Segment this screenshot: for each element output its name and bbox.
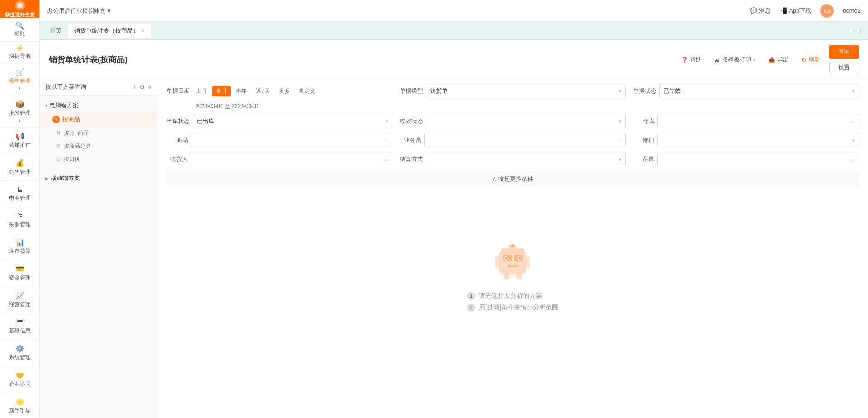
- scheme-icon-goods: 按: [52, 116, 60, 123]
- sidebar-item-wholesale[interactable]: 📦 批发管理 ▴: [0, 95, 39, 128]
- sidebar-item-basic[interactable]: 🗃 基础信息: [0, 314, 39, 340]
- refresh-button[interactable]: ↻ 刷新: [798, 54, 824, 66]
- filter-field-brand: 品牌 ···: [633, 152, 859, 166]
- sidebar-item-marketing[interactable]: 📢 营销推广: [0, 128, 39, 154]
- mobile-scheme-group: ▶ 移动端方案: [40, 169, 157, 188]
- operations-label: 经营管理: [9, 301, 31, 309]
- sidebar-item-retail[interactable]: 🛒 零售管理 ▾: [0, 63, 39, 95]
- print-label: 按模板打印: [722, 56, 751, 64]
- industry-selector[interactable]: 办公用品行业模拟账套 ▾: [47, 7, 111, 15]
- receiver-input-field[interactable]: [195, 156, 383, 163]
- sidebar-item-guide[interactable]: 🌟 新手引导: [0, 393, 39, 418]
- sidebar-item-finance[interactable]: 💳 资金管理: [0, 260, 39, 287]
- shortcut-more[interactable]: 更多: [275, 86, 293, 96]
- sales-icon: 💰: [15, 159, 24, 167]
- search-menu-item[interactable]: 🔍 标账: [0, 18, 39, 42]
- doc-status-select[interactable]: 已生效 ▾: [659, 84, 859, 98]
- doc-type-value: 销货单: [430, 87, 448, 95]
- mobile-group-label: 移动端方案: [51, 174, 80, 182]
- sidebar-item-system[interactable]: ⚙️ 系统管理: [0, 340, 39, 366]
- settle-arrow: ▾: [619, 157, 622, 162]
- sidebar-item-sales[interactable]: 💰 销售管理: [0, 154, 39, 181]
- receiver-input[interactable]: ···: [191, 152, 392, 166]
- scheme-settings-icon[interactable]: ⚙: [139, 83, 145, 90]
- mobile-group-header[interactable]: ▶ 移动端方案: [40, 171, 157, 185]
- filter-row-1: 单据日期 上月 本月 本年 近7天 更多 自定义: [166, 84, 859, 98]
- message-action[interactable]: 💬 消息: [750, 7, 771, 15]
- collapse-bar[interactable]: ∧ 收起更多条件: [166, 171, 859, 187]
- brand-input-field[interactable]: [661, 156, 850, 163]
- receiver-more-btn[interactable]: ···: [383, 156, 388, 163]
- query-button[interactable]: 查询: [829, 45, 859, 59]
- filter-panel-header-label: 按以下方案查询: [45, 83, 86, 91]
- svg-point-8: [505, 257, 507, 259]
- tip-num-2: 2: [467, 304, 475, 312]
- goods-input-field[interactable]: [195, 137, 383, 144]
- print-button[interactable]: 🖨 按模板打印 ▾: [711, 54, 759, 66]
- tab-active[interactable]: 销货单统计表（按商品） ×: [68, 24, 151, 38]
- print-icon: 🖨: [714, 57, 720, 63]
- pc-group-header[interactable]: ▾ 电脑端方案: [40, 99, 157, 112]
- header-left: 办公用品行业模拟账套 ▾: [47, 7, 111, 15]
- warehouse-input-field[interactable]: [661, 118, 850, 125]
- scheme-item-by-goods[interactable]: 按 按商品: [40, 112, 157, 127]
- empty-state: 1 请先选择要分析的方案 2 用[过滤]条件来缩小分析范围: [157, 192, 868, 352]
- sidebar-item-operations[interactable]: 📈 经营管理: [0, 287, 39, 314]
- export-button[interactable]: 📤 导出: [764, 54, 793, 66]
- help-button[interactable]: ❓ 帮助: [677, 54, 705, 66]
- export-icon: 📤: [768, 57, 775, 63]
- doc-status-value: 已生效: [663, 87, 681, 95]
- goods-more-btn[interactable]: ···: [383, 137, 388, 144]
- tab-minimize-icon[interactable]: ─: [853, 27, 857, 34]
- header-right: 💬 消息 📲 App下载 Ea demo2: [750, 4, 861, 18]
- search-label: 标账: [14, 30, 25, 37]
- sidebar-item-enterprise[interactable]: 🤝 企业协同: [0, 366, 39, 393]
- empty-tip-2: 2 用[过滤]条件来缩小分析范围: [467, 304, 558, 312]
- sidebar-item-ecommerce[interactable]: 🖥 电商管理: [0, 181, 39, 207]
- goods-input[interactable]: ···: [191, 133, 392, 147]
- sub-scheme-driver[interactable]: 司 按司机: [40, 153, 157, 166]
- brand-input[interactable]: ···: [657, 152, 859, 166]
- warehouse-more-btn[interactable]: ···: [850, 118, 855, 125]
- page-actions: ❓ 帮助 🖨 按模板打印 ▾ 📤 导出 ↻ 刷新 查询: [677, 45, 859, 74]
- brand-more-btn[interactable]: ···: [850, 156, 855, 163]
- out-status-select[interactable]: 已出库 ▾: [193, 114, 392, 128]
- doc-type-label: 单据类型: [400, 87, 423, 95]
- tab-home-label: 首页: [50, 27, 61, 35]
- filter-field-salesman: 业务员 ···: [400, 133, 626, 147]
- settle-select[interactable]: ▾: [426, 152, 626, 166]
- svg-point-9: [519, 257, 521, 259]
- add-scheme-icon[interactable]: +: [133, 83, 137, 90]
- tab-close-icon[interactable]: ×: [142, 28, 145, 33]
- sidebar-item-purchase[interactable]: 🛍 采购管理: [0, 207, 39, 233]
- filter-form: 单据日期 上月 本月 本年 近7天 更多 自定义: [157, 78, 868, 192]
- shortcut-custom[interactable]: 自定义: [295, 86, 319, 96]
- app-download-action[interactable]: 📲 App下载: [780, 7, 811, 15]
- user-avatar-text: Ea: [824, 8, 830, 14]
- shortcut-7days[interactable]: 近7天: [252, 86, 274, 96]
- settings-button[interactable]: 设置: [829, 61, 859, 74]
- shortcut-last-month[interactable]: 上月: [193, 86, 211, 96]
- sub-scheme-month-goods[interactable]: 月 按月+商品: [40, 127, 157, 140]
- sub-scheme-goods-category[interactable]: 目 按商品分类: [40, 140, 157, 153]
- industry-name: 办公用品行业模拟账套: [47, 7, 106, 15]
- salesman-more-btn[interactable]: ···: [617, 137, 622, 144]
- salesman-input-field[interactable]: [428, 137, 617, 144]
- collect-status-select[interactable]: ▾: [426, 114, 626, 128]
- salesman-input[interactable]: ···: [424, 133, 626, 147]
- sidebar-item-inventory[interactable]: 📊 库存核算: [0, 233, 39, 260]
- tab-home[interactable]: 首页: [43, 24, 68, 38]
- print-arrow-icon: ▾: [753, 57, 755, 62]
- shortcut-this-year[interactable]: 本年: [232, 86, 250, 96]
- doc-type-select[interactable]: 销货单 ▾: [426, 84, 626, 98]
- logo-icon: 畅: [14, 0, 26, 11]
- purchase-icon: 🛍: [16, 212, 24, 220]
- collapse-panel-icon[interactable]: «: [148, 83, 151, 90]
- warehouse-input[interactable]: ···: [657, 114, 859, 128]
- dept-select[interactable]: ▾: [657, 133, 859, 147]
- user-avatar[interactable]: Ea: [820, 4, 834, 18]
- tab-window-controls: ─ □: [853, 27, 864, 34]
- shortcut-this-month[interactable]: 本月: [212, 86, 231, 96]
- tab-maximize-icon[interactable]: □: [861, 27, 864, 34]
- quick-nav-item[interactable]: ⚡ 快捷导航: [0, 42, 39, 63]
